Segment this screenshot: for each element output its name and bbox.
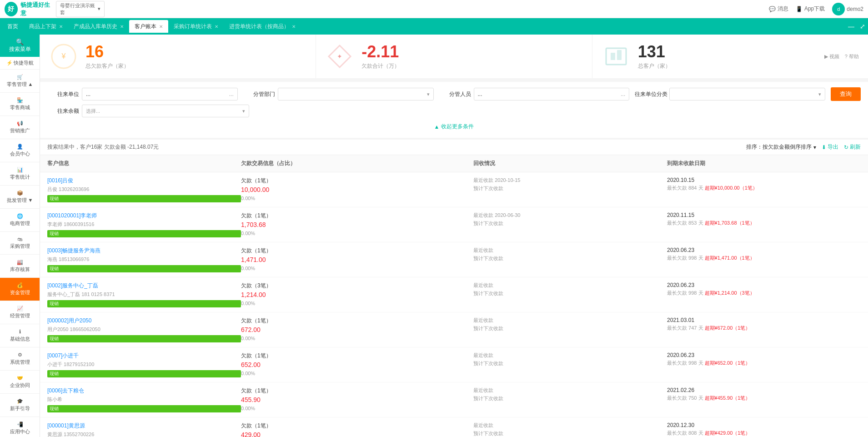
sidebar-item-retail-mgmt[interactable]: 🛒 零售管理 ▲ (0, 70, 40, 93)
export-btn[interactable]: ⬇ 导出 (822, 143, 838, 151)
debt-amount-1[interactable]: 1,703.68 (241, 221, 473, 228)
customer-name-0[interactable]: [0016]吕俊 (47, 177, 241, 185)
customer-name-3[interactable]: [0002]服务中心_丁磊 (47, 282, 241, 290)
tab-production-close[interactable]: ✕ (120, 24, 124, 29)
system-label: 系统管理 (2, 359, 38, 366)
tab-maximize-btn[interactable]: ⤢ (859, 22, 866, 31)
purchase-mgmt-label: 采购管理 (2, 243, 38, 250)
sidebar-item-basic-info[interactable]: ℹ 基础信息 (0, 324, 40, 347)
overdue-info-3: 2020.06.23 最长欠款 998 天 超期¥1,214.00（3笔） (667, 282, 861, 296)
tab-customer-close[interactable]: ✕ (159, 24, 163, 29)
collapse-row[interactable]: ▲ 收起更多条件 (47, 121, 861, 132)
customer-name-7[interactable]: [000001]黄思源 (47, 422, 241, 430)
customer-name-4[interactable]: [000002]用户2050 (47, 317, 241, 325)
filter-balance-select[interactable]: 选择... ▾ (82, 105, 249, 117)
overdue-link-7[interactable]: 超期¥429.00（1笔） (705, 430, 751, 436)
overdue-link-2[interactable]: 超期¥1,471.00（1笔） (705, 255, 755, 261)
tab-products-close[interactable]: ✕ (59, 24, 63, 29)
sidebar-item-ecommerce[interactable]: 🌐 电商管理 (0, 209, 40, 232)
tab-inventory[interactable]: 进货单统计表（按商品） ✕ (224, 20, 301, 33)
customer-name-5[interactable]: [0007]小进千 (47, 352, 241, 360)
tab-minimize-btn[interactable]: — (847, 22, 855, 31)
sidebar-item-retail-mall[interactable]: 🏪 零售商城 (0, 93, 40, 116)
filter-dept-select[interactable]: ▾ (278, 88, 434, 100)
export-icon: ⬇ (822, 144, 826, 151)
tab-purchase[interactable]: 采购订单统计表 ✕ (168, 20, 224, 33)
user-profile[interactable]: d demo2 (832, 3, 863, 15)
customer-sub-0: 吕俊 13026203696 (47, 186, 241, 193)
marketing-label: 营销推广 (2, 127, 38, 134)
sidebar-item-marketing[interactable]: 📢 营销推广 (0, 116, 40, 139)
overdue-link-5[interactable]: 超期¥652.00（1笔） (705, 360, 751, 366)
tab-customer[interactable]: 客户账本 ✕ (129, 20, 168, 33)
debt-percent-3: 0.00% (241, 301, 473, 306)
refresh-btn[interactable]: ↻ 刷新 (844, 143, 861, 151)
recovery-info-4: 最近收款 预计下次收款 (473, 317, 667, 332)
app-download-btn[interactable]: 📱 App下载 (796, 5, 825, 13)
app-center-icon: 📲 (2, 422, 38, 427)
tab-purchase-close[interactable]: ✕ (215, 24, 218, 29)
overdue-link-6[interactable]: 超期¥455.90（1笔） (705, 395, 751, 401)
sidebar-item-purchase-mgmt[interactable]: 🛍 采购管理 (0, 232, 40, 255)
stat-info-1: 16 总欠款客户（家） (85, 43, 129, 70)
overdue-link-4[interactable]: 超期¥672.00（1笔） (705, 325, 751, 331)
help-btn[interactable]: ? 帮助 (845, 53, 859, 60)
tab-products[interactable]: 商品上下架 ✕ (24, 20, 68, 33)
top-bar: 好 畅捷通好生意 母婴行业演示账套 ▾ 💬 消息 📱 App下载 d demo2 (0, 0, 868, 18)
debt-amount-3[interactable]: 1,214.00 (241, 291, 473, 298)
main-layout: 🔍 搜索菜单 ⚡ 快捷导航 🛒 零售管理 ▲ 🏪 零售商城 📢 营销推广 👤 (0, 35, 868, 437)
message-btn[interactable]: 💬 消息 (769, 5, 788, 13)
recovery-label-6: 最近收款 (473, 387, 667, 394)
overdue-detail-0: 最长欠款 884 天 超期¥10,000.00（1笔） (667, 185, 861, 191)
refresh-label: 刷新 (850, 143, 861, 151)
sidebar-item-system[interactable]: ⚙ 系统管理 (0, 347, 40, 371)
sidebar-item-batch-mgmt[interactable]: 📦 批发管理 ▼ (0, 186, 40, 209)
debt-amount-4[interactable]: 672.00 (241, 326, 473, 333)
sidebar-item-inventory[interactable]: 🏭 库存核算 (0, 255, 40, 278)
recovery-label-2: 最近收款 (473, 247, 667, 254)
tab-home-label: 首页 (7, 23, 18, 30)
sort-selector[interactable]: 排序：按欠款金额倒序排序 ▾ (746, 143, 816, 151)
customer-tag-2: 现销 (47, 265, 241, 272)
overdue-info-0: 2020.10.15 最长欠款 884 天 超期¥10,000.00（1笔） (667, 177, 861, 191)
debt-amount-2[interactable]: 1,471.00 (241, 256, 473, 263)
industry-selector[interactable]: 母婴行业演示账套 ▾ (56, 1, 105, 17)
sidebar-item-retail-stats[interactable]: 📊 零售统计 (0, 162, 40, 186)
overdue-link-3[interactable]: 超期¥1,214.00（3笔） (705, 290, 755, 296)
sidebar-item-new-guide[interactable]: 🎓 新手引导 (0, 394, 40, 417)
overdue-link-0[interactable]: 超期¥10,000.00（1笔） (705, 185, 758, 191)
sidebar-search[interactable]: 🔍 搜索菜单 (0, 35, 40, 57)
sidebar-item-finance[interactable]: 💰 资金管理 (0, 278, 40, 301)
tab-home[interactable]: 首页 (2, 20, 24, 33)
sidebar-item-ops[interactable]: 📈 经营管理 (0, 301, 40, 324)
video-btn[interactable]: ▶ 视频 (824, 53, 839, 60)
avatar-text: d (837, 6, 840, 12)
filter-category-select[interactable]: ▾ (669, 88, 825, 100)
filter-row-2: 往来余额 选择... ▾ (47, 105, 861, 117)
sidebar-item-member[interactable]: 👤 会员中心 (0, 139, 40, 162)
svg-rect-4 (611, 53, 615, 60)
sidebar-item-enterprise-coop[interactable]: 🤝 企业协同 (0, 371, 40, 394)
debt-amount-5[interactable]: 652.00 (241, 361, 473, 368)
filter-unit-input[interactable]: ... (82, 88, 238, 100)
app-wrapper: 好 畅捷通好生意 母婴行业演示账套 ▾ 💬 消息 📱 App下载 d demo2 (0, 0, 868, 437)
customer-name-2[interactable]: [0003]畅捷服务尹海燕 (47, 247, 241, 255)
quick-nav[interactable]: ⚡ 快捷导航 (0, 57, 40, 70)
customer-name-6[interactable]: [0006]去下粮仓 (47, 387, 241, 395)
tab-customer-label: 客户账本 (135, 23, 156, 30)
debt-amount-0[interactable]: 10,000.00 (241, 186, 473, 193)
filter-person-input[interactable]: ... (474, 88, 630, 100)
data-table: 客户信息 欠款交易信息（占比） 回收情况 到期未收款日期 [0016]吕俊 吕俊… (40, 155, 868, 437)
debt-amount-7[interactable]: 429.00 (241, 431, 473, 437)
tab-production[interactable]: 产成品入库单历史 ✕ (68, 20, 129, 33)
overdue-link-1[interactable]: 超期¥1,703.68（1笔） (705, 220, 755, 226)
tab-inventory-close[interactable]: ✕ (292, 24, 296, 29)
customer-name-1[interactable]: [0001020001]李老师 (47, 212, 241, 220)
filter-item-person: 分管人员 ... (439, 88, 630, 100)
recovery-info-1: 最近收款 2020-06-30 预计下次收款 (473, 212, 667, 227)
sidebar-item-app-center[interactable]: 📲 应用中心 (0, 417, 40, 437)
tab-bar: 首页 商品上下架 ✕ 产成品入库单历史 ✕ 客户账本 ✕ 采购订单统计表 ✕ 进… (0, 18, 868, 35)
top-bar-left: 好 畅捷通好生意 母婴行业演示账套 ▾ (5, 1, 105, 17)
search-button[interactable]: 查询 (831, 87, 861, 101)
debt-amount-6[interactable]: 455.90 (241, 396, 473, 403)
